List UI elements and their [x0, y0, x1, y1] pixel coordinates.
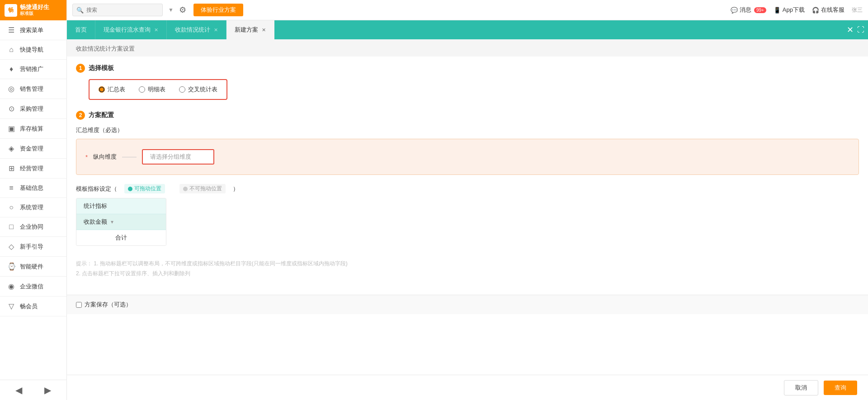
maximize-icon[interactable]: ⛶ — [857, 26, 864, 34]
tab-bank-flow-label: 现金银行流水查询 — [104, 26, 151, 34]
sidebar-item-guide[interactable]: ◇新手引导 — [0, 237, 66, 257]
app-download-label: App下载 — [783, 6, 805, 14]
sidebar-item-purchase[interactable]: ⊙采购管理 — [0, 99, 66, 119]
sidebar-marketing-icon: ♦ — [7, 65, 15, 73]
industry-solution-button[interactable]: 体验行业方案 — [193, 4, 243, 16]
user-name[interactable]: 张三 — [852, 6, 863, 14]
sidebar-item-smart-hw[interactable]: ⌚智能硬件 — [0, 257, 66, 277]
metrics-label-text: 模板指标设定（ — [76, 185, 117, 193]
tag-fixed-label: 不可拖动位置 — [189, 185, 222, 193]
sidebar-sales-label: 销售管理 — [20, 85, 43, 93]
sidebar-next-icon[interactable]: ▶ — [44, 385, 51, 395]
dimension-area: * 纵向维度 —— 请选择分组维度 — [76, 139, 859, 175]
save-checkbox-label[interactable]: 方案保存（可选） — [76, 301, 132, 309]
sidebar-inventory-icon: ▣ — [7, 124, 15, 133]
cancel-button[interactable]: 取消 — [784, 380, 818, 395]
sidebar-item-system[interactable]: ○系统管理 — [0, 198, 66, 217]
sidebar-marketing-label: 营销推广 — [20, 65, 43, 73]
tab-bank-flow[interactable]: 现金银行流水查询 ✕ — [95, 20, 167, 39]
step2-num: 2 — [76, 111, 85, 120]
col-dropdown-arrow[interactable]: ▾ — [111, 219, 113, 225]
radio-summary[interactable]: 汇总表 — [99, 85, 125, 94]
sidebar-purchase-label: 采购管理 — [20, 105, 43, 113]
message-item[interactable]: 💬 消息 99+ — [731, 6, 766, 14]
topbar-search-box[interactable]: 🔍 — [72, 4, 163, 16]
sidebar-item-quick-nav[interactable]: ⌂快捷导航 — [0, 40, 66, 60]
sidebar-item-member[interactable]: ▽畅会员 — [0, 296, 66, 316]
tab-home[interactable]: 首页 — [67, 20, 95, 39]
sidebar-smart-hw-icon: ⌚ — [7, 262, 15, 271]
tabbar: 首页 现金银行流水查询 ✕ 收款情况统计 ✕ 新建方案 ✕ ✕ ⛶ — [67, 20, 868, 39]
app-download-item[interactable]: 📱 App下载 — [774, 6, 805, 14]
radio-detail[interactable]: 明细表 — [139, 85, 165, 94]
tips-section: 提示： 1. 拖动标题栏可以调整布局，不可跨维度或指标区域拖动栏目字段(只能在同… — [76, 252, 859, 286]
dimension-arrow: —— — [122, 153, 137, 161]
step2-header: 2 方案配置 — [76, 107, 859, 120]
sidebar-menu: ☰搜索菜单⌂快捷导航♦营销推广◎销售管理⊙采购管理▣库存核算◈资金管理⊞经营管理… — [0, 20, 66, 380]
sidebar-item-basic-info[interactable]: ≡基础信息 — [0, 179, 66, 198]
tab-collection-stat-label: 收款情况统计 — [175, 26, 210, 34]
sidebar-quick-nav-label: 快捷导航 — [20, 46, 43, 54]
sidebar-item-sales[interactable]: ◎销售管理 — [0, 79, 66, 99]
main-area: 🔍 ▼ ⚙ 体验行业方案 💬 消息 99+ 📱 App下载 🎧 在线客服 张三 — [67, 0, 868, 400]
tip-text-2: 2. 点击标题栏下拉可设置排序、插入列和删除列 — [76, 269, 859, 279]
sidebar-basic-info-label: 基础信息 — [20, 184, 43, 192]
step2-section: 2 方案配置 汇总维度（必选） * 纵向维度 —— 请选择分组维度 — [67, 107, 868, 295]
tag-draggable: 可拖动位置 — [124, 184, 165, 193]
sidebar-wechat-icon: ◉ — [7, 282, 15, 291]
sidebar-smart-hw-label: 智能硬件 — [20, 263, 43, 271]
sidebar-inventory-label: 库存核算 — [20, 125, 43, 133]
metrics-label: 模板指标设定（ 可拖动位置 不可拖动位置 ） — [76, 184, 859, 193]
tab-collection-stat[interactable]: 收款情况统计 ✕ — [167, 20, 226, 39]
sidebar-sales-icon: ◎ — [7, 85, 15, 93]
template-options: 汇总表 明细表 交叉统计表 — [89, 79, 227, 100]
tip1-content: 1. 拖动标题栏可以调整布局，不可跨维度或指标区域拖动栏目字段(只能在同一维度或… — [94, 260, 347, 267]
tab-new-plan[interactable]: 新建方案 ✕ — [226, 20, 274, 39]
dimension-title: 汇总维度（必选） — [76, 126, 859, 134]
sidebar-item-search-menu[interactable]: ☰搜索菜单 — [0, 20, 66, 40]
logo-icon: 畅 — [5, 4, 17, 17]
tag-draggable-label: 可拖动位置 — [134, 185, 161, 193]
online-service-item[interactable]: 🎧 在线客服 — [812, 6, 844, 14]
tag-draggable-dot — [128, 187, 132, 191]
sidebar-item-marketing[interactable]: ♦营销推广 — [0, 60, 66, 79]
tip-prefix: 提示： — [76, 260, 92, 267]
metrics-col-header[interactable]: 收款金额 ▾ — [76, 214, 166, 230]
sidebar-prev-icon[interactable]: ◀ — [15, 385, 22, 395]
settings-icon[interactable]: ⚙ — [179, 5, 186, 15]
tabbar-controls: ✕ ⛶ — [847, 25, 868, 35]
content-inner: 收款情况统计方案设置 1 选择模板 汇总表 明细表 — [67, 39, 868, 375]
tag-fixed-dot — [183, 187, 188, 191]
step1-label: 选择模板 — [89, 64, 114, 72]
sidebar-item-finance[interactable]: ◈资金管理 — [0, 139, 66, 159]
dimension-name-label: 纵向维度 — [93, 153, 117, 161]
tab-collection-stat-close[interactable]: ✕ — [214, 27, 218, 33]
tab-bank-flow-close[interactable]: ✕ — [154, 27, 158, 33]
topbar-dropdown-arrow[interactable]: ▼ — [168, 7, 174, 13]
query-button[interactable]: 查询 — [824, 381, 857, 395]
close-window-icon[interactable]: ✕ — [847, 25, 854, 35]
save-checkbox[interactable] — [76, 302, 82, 308]
sidebar-item-enterprise[interactable]: □企业协同 — [0, 217, 66, 237]
search-input[interactable] — [86, 7, 159, 13]
sidebar-operation-icon: ⊞ — [7, 164, 15, 173]
online-service-label: 在线客服 — [821, 6, 844, 14]
sidebar-item-wechat[interactable]: ◉企业微信 — [0, 277, 66, 296]
sidebar-quick-nav-icon: ⌂ — [7, 46, 15, 54]
sidebar-guide-icon: ◇ — [7, 242, 15, 251]
dimension-section: 汇总维度（必选） * 纵向维度 —— 请选择分组维度 — [76, 126, 859, 175]
sidebar-search-menu-icon: ☰ — [7, 26, 15, 34]
sidebar: 畅 畅捷通好生 标准版 ☰搜索菜单⌂快捷导航♦营销推广◎销售管理⊙采购管理▣库存… — [0, 0, 67, 400]
sidebar-item-operation[interactable]: ⊞经营管理 — [0, 159, 66, 179]
sidebar-basic-info-icon: ≡ — [7, 184, 15, 192]
metrics-header-label: 统计指标 — [84, 202, 107, 210]
sidebar-item-inventory[interactable]: ▣库存核算 — [0, 119, 66, 139]
dimension-select-box[interactable]: 请选择分组维度 — [142, 149, 214, 165]
radio-cross[interactable]: 交叉统计表 — [179, 85, 217, 94]
tab-new-plan-close[interactable]: ✕ — [262, 27, 266, 33]
metrics-table: 统计指标 收款金额 ▾ 合计 — [76, 198, 166, 246]
step1-section: 1 选择模板 汇总表 明细表 交叉统计表 — [67, 56, 868, 107]
content-area: 收款情况统计方案设置 1 选择模板 汇总表 明细表 — [67, 39, 868, 400]
sidebar-system-icon: ○ — [7, 203, 15, 212]
search-icon: 🔍 — [76, 7, 84, 14]
